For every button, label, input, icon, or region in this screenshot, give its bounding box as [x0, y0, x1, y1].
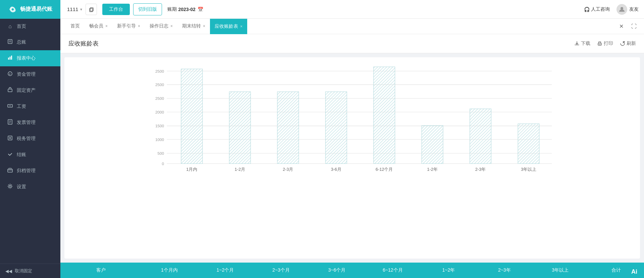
expand-button[interactable]: ⛶	[629, 22, 639, 31]
sidebar-item-ledger[interactable]: 总账	[0, 34, 60, 50]
cancel-fixed-label: 取消固定	[15, 268, 32, 274]
tab-oplog-close[interactable]: ×	[170, 24, 173, 28]
tab-ar-aging[interactable]: 应收账龄表 ×	[210, 19, 247, 34]
reports-icon	[7, 55, 13, 62]
svg-text:3-6月: 3-6月	[331, 167, 341, 172]
sidebar-item-settings[interactable]: 设置	[0, 179, 60, 195]
table-col-1-2y: 1~2年	[421, 267, 476, 273]
sidebar-item-home[interactable]: ⌂ 首页	[0, 19, 60, 34]
tab-member-label: 畅会员	[89, 23, 103, 29]
svg-rect-8	[11, 56, 12, 60]
copy-button[interactable]	[86, 4, 97, 15]
sidebar-item-label: 结账	[17, 152, 26, 158]
svg-text:¥: ¥	[9, 73, 11, 76]
print-button[interactable]: 打印	[597, 41, 613, 47]
sidebar-item-assets[interactable]: 固定资产	[0, 82, 60, 98]
sidebar-item-funds[interactable]: ¥ 资金管理	[0, 66, 60, 82]
svg-text:0: 0	[162, 161, 164, 166]
page-content: 应收账龄表 下载	[60, 34, 644, 278]
svg-rect-49	[325, 92, 347, 164]
sidebar-item-checkout[interactable]: 结账	[0, 147, 60, 163]
svg-text:1月内: 1月内	[186, 167, 197, 172]
user-area[interactable]: 友友	[616, 4, 639, 15]
svg-rect-53	[422, 126, 443, 164]
table-col-2-3m: 2~3个月	[253, 267, 309, 273]
svg-rect-45	[229, 92, 251, 164]
svg-rect-24	[598, 43, 601, 45]
sidebar-item-tax[interactable]: 税务管理	[0, 131, 60, 147]
consultation-link[interactable]: 🎧 人工咨询	[584, 6, 610, 12]
download-button[interactable]: 下载	[574, 41, 590, 47]
svg-point-23	[9, 185, 11, 187]
svg-text:2000: 2000	[155, 110, 164, 114]
tab-ar-aging-close[interactable]: ×	[240, 24, 243, 29]
svg-text:2500: 2500	[155, 82, 164, 87]
tabs-actions: ✕ ⛶	[616, 22, 639, 31]
tab-member[interactable]: 畅会员 ×	[85, 19, 112, 34]
consultation-label: 人工咨询	[591, 6, 610, 12]
calendar-icon[interactable]: 📅	[198, 7, 203, 12]
tab-period-end-close[interactable]: ×	[203, 24, 205, 28]
period-value: 2023-02	[178, 7, 195, 12]
funds-icon: ¥	[7, 71, 13, 78]
svg-rect-6	[8, 58, 9, 60]
svg-text:1-2年: 1-2年	[427, 167, 437, 172]
tax-icon	[7, 135, 13, 142]
content-area: 首页 畅会员 × 新手引导 × 操作日志 × 期末结转 × 应收账龄表 ×	[60, 19, 644, 278]
bar-chart: 2500 2500 2500 2000 1500 1000 500 0	[72, 64, 632, 178]
logo-icon	[8, 5, 17, 14]
sidebar: ⌂ 首页 总账 报表中心 ¥ 资金管理 固定资产	[0, 19, 60, 278]
svg-text:1-2月: 1-2月	[235, 167, 245, 172]
svg-rect-51	[374, 67, 395, 164]
sidebar-item-label: 归档管理	[17, 168, 36, 174]
svg-rect-47	[277, 92, 299, 164]
sidebar-item-invoice[interactable]: 发票管理	[0, 115, 60, 131]
svg-rect-57	[518, 124, 539, 164]
svg-text:500: 500	[158, 151, 164, 155]
invoice-icon	[7, 119, 13, 126]
sidebar-item-label: 首页	[17, 23, 26, 29]
ledger-icon	[7, 39, 13, 46]
copy-icon	[89, 7, 94, 12]
company-selector[interactable]: 1111 ▾	[67, 6, 82, 12]
tab-period-end-label: 期末结转	[182, 23, 201, 29]
svg-rect-11	[8, 89, 12, 92]
sidebar-item-archive[interactable]: 归档管理	[0, 163, 60, 179]
cancel-fixed-button[interactable]: ◀◀ 取消固定	[0, 264, 60, 278]
logo-text: 畅捷通易代账	[20, 6, 52, 13]
sidebar-item-salary[interactable]: 工资	[0, 98, 60, 115]
tab-guide-label: 新手引导	[117, 23, 136, 29]
sidebar-item-label: 税务管理	[17, 136, 36, 142]
switch-old-button[interactable]: 切到旧版	[133, 3, 162, 15]
salary-icon	[7, 103, 13, 110]
tabs-bar: 首页 畅会员 × 新手引导 × 操作日志 × 期末结转 × 应收账龄表 ×	[60, 19, 644, 34]
svg-text:1500: 1500	[155, 124, 164, 128]
tab-home[interactable]: 首页	[66, 19, 85, 34]
tab-guide[interactable]: 新手引导 ×	[112, 19, 145, 34]
sidebar-item-label: 发票管理	[17, 120, 36, 126]
ai-badge[interactable]: Ai	[625, 266, 644, 278]
dropdown-icon: ▾	[80, 7, 82, 12]
refresh-button[interactable]: 刷新	[620, 41, 636, 47]
sidebar-item-reports[interactable]: 报表中心	[0, 50, 60, 66]
tab-member-close[interactable]: ×	[105, 24, 108, 28]
tab-oplog[interactable]: 操作日志 ×	[145, 19, 177, 34]
tab-guide-close[interactable]: ×	[138, 24, 140, 28]
tab-period-end[interactable]: 期末结转 ×	[177, 19, 210, 34]
sidebar-item-label: 资金管理	[17, 71, 36, 77]
chart-wrapper: 2500 2500 2500 2000 1500 1000 500 0	[72, 64, 632, 178]
table-col-6-12m: 6~12个月	[365, 267, 421, 273]
close-all-button[interactable]: ✕	[616, 22, 626, 31]
main-layout: ⌂ 首页 总账 报表中心 ¥ 资金管理 固定资产	[0, 19, 644, 278]
headset-icon: 🎧	[584, 7, 590, 12]
svg-rect-22	[9, 168, 11, 169]
table-col-1m: 1个月内	[142, 267, 197, 273]
svg-rect-7	[10, 57, 11, 60]
page-header: 应收账龄表 下载	[60, 34, 644, 53]
workbench-button[interactable]: 工作台	[102, 4, 130, 15]
svg-rect-55	[470, 109, 491, 164]
logo-area: 畅捷通易代账	[0, 0, 60, 19]
home-icon: ⌂	[7, 23, 13, 29]
svg-text:2500: 2500	[155, 96, 164, 100]
assets-icon	[7, 87, 13, 94]
